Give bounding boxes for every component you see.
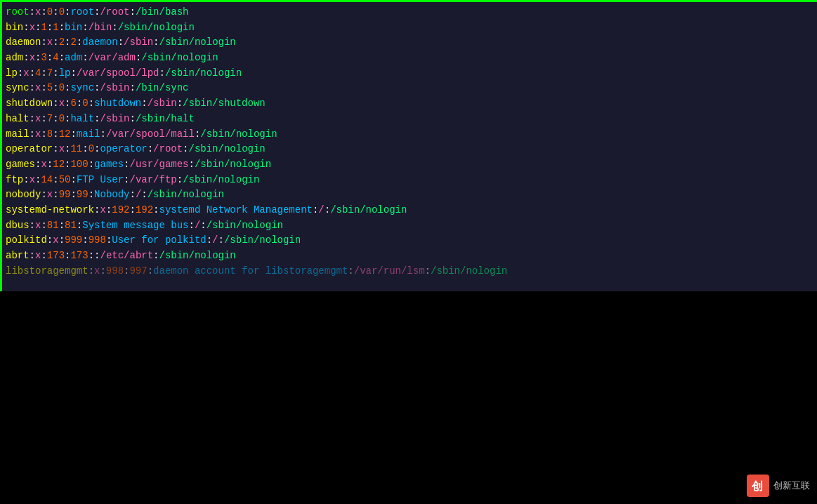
terminal-line: nobody:x:99:99:Nobody:/:/sbin/nologin [6, 187, 811, 203]
terminal-line: lp:x:4:7:lp:/var/spool/lpd:/sbin/nologin [6, 66, 811, 81]
terminal-line: sync:x:5:0:sync:/sbin:/bin/sync [6, 81, 811, 96]
terminal-line: shutdown:x:6:0:shutdown:/sbin:/sbin/shut… [6, 96, 811, 112]
terminal-line: games:x:12:100:games:/usr/games:/sbin/no… [6, 157, 811, 173]
terminal-line: polkitd:x:999:998:User for polkitd:/:/sb… [6, 233, 811, 248]
terminal-line: dbus:x:81:81:System message bus:/:/sbin/… [6, 218, 811, 234]
terminal-line: root:x:0:0:root:/root:/bin/bash [6, 5, 811, 20]
terminal-line: libstoragemgmt:x:998:997:daemon account … [6, 264, 811, 279]
terminal-line: systemd-network:x:192:192:systemd Networ… [6, 203, 811, 218]
terminal-line: abrt:x:173:173::/etc/abrt:/sbin/nologin [6, 248, 811, 264]
terminal-window: root:x:0:0:root:/root:/bin/bashbin:x:1:1… [0, 0, 817, 291]
watermark: 创 创新互联 [747, 475, 810, 497]
black-area: 创 创新互联 [0, 291, 817, 504]
watermark-text: 创新互联 [773, 479, 810, 492]
terminal-line: mail:x:8:12:mail:/var/spool/mail:/sbin/n… [6, 127, 811, 142]
terminal-line: operator:x:11:0:operator:/root:/sbin/nol… [6, 142, 811, 157]
terminal-line: daemon:x:2:2:daemon:/sbin:/sbin/nologin [6, 35, 811, 51]
svg-text:创: 创 [751, 480, 763, 493]
terminal-line: adm:x:3:4:adm:/var/adm:/sbin/nologin [6, 51, 811, 66]
watermark-icon: 创 [747, 475, 769, 497]
terminal-line: bin:x:1:1:bin:/bin:/sbin/nologin [6, 20, 811, 36]
terminal-line: halt:x:7:0:halt:/sbin:/sbin/halt [6, 112, 811, 127]
terminal-line: ftp:x:14:50:FTP User:/var/ftp:/sbin/nolo… [6, 173, 811, 188]
